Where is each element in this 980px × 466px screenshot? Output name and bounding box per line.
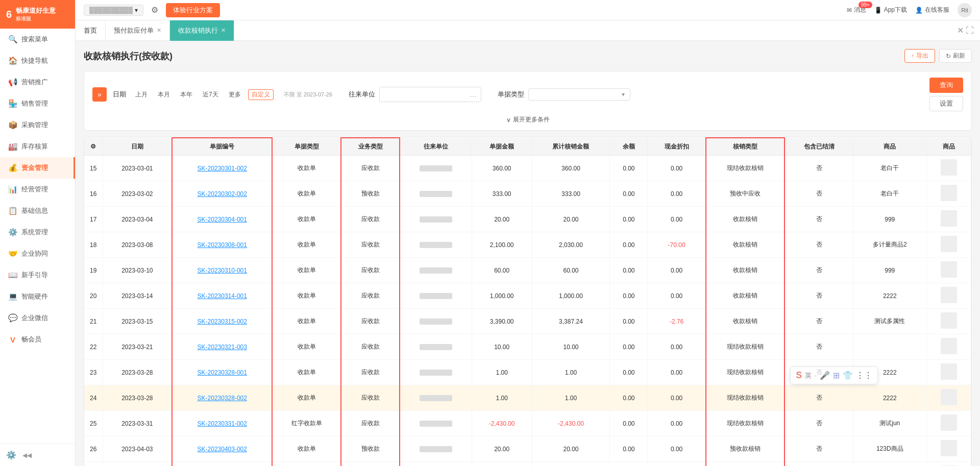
shortcut-this-year[interactable]: 本年: [177, 89, 195, 100]
user-avatar[interactable]: Rit: [958, 3, 972, 17]
cell-amount: 360.00: [472, 156, 532, 181]
sidebar-item-basic[interactable]: 📋 基础信息: [0, 200, 75, 222]
tab-home[interactable]: 首页: [76, 20, 106, 41]
sidebar-item-sales[interactable]: 🏪 销售管理: [0, 93, 75, 114]
shortcut-more[interactable]: 更多: [226, 89, 244, 100]
cell-doc-no[interactable]: SK-20230321-003: [172, 334, 272, 360]
sidebar-label-member: 畅会员: [21, 335, 41, 344]
table-row[interactable]: 21 2023-03-15 SK-20230315-002 收款单 应收款 3,…: [84, 309, 971, 334]
shortcut-custom[interactable]: 自定义: [248, 89, 274, 100]
tab-expand-icon[interactable]: ⛶: [966, 26, 974, 35]
tab-close-all-icon[interactable]: ✕: [957, 26, 964, 35]
cell-goods-img: [926, 309, 971, 334]
basic-icon: 📋: [8, 206, 17, 215]
shortcut-7days[interactable]: 近7天: [200, 89, 222, 100]
cell-doc-no[interactable]: SK-20230328-002: [172, 385, 272, 411]
sidebar-item-marketing[interactable]: 📢 营销推广: [0, 71, 75, 93]
doc-no-link[interactable]: SK-20230331-002: [198, 420, 247, 427]
app-download-button[interactable]: 📱 App下载: [874, 6, 907, 14]
table-row[interactable]: 20 2023-03-14 SK-20230314-001 收款单 应收款 1,…: [84, 283, 971, 309]
unit-input[interactable]: [384, 89, 470, 100]
company-selector[interactable]: ██████████ ▾: [84, 5, 143, 16]
industry-button[interactable]: 体验行业方案: [166, 3, 220, 17]
sidebar-item-search[interactable]: 🔍 搜索菜单: [0, 29, 75, 50]
doc-no-link[interactable]: SK-20230301-002: [198, 165, 247, 172]
sidebar-item-guide[interactable]: 📖 新手引导: [0, 264, 75, 286]
cell-doc-no[interactable]: SK-20230301-002: [172, 156, 272, 181]
doc-no-link[interactable]: SK-20230304-001: [198, 216, 247, 223]
table-scroll[interactable]: ⚙ 日期 单据编号 单据类型 业务类型 往来单位 单据金额 累计核销金额 余额 …: [84, 137, 971, 466]
cell-cash-discount: 0.00: [648, 181, 706, 207]
cell-doc-no[interactable]: SK-20230328-001: [172, 360, 272, 385]
service-button[interactable]: 👤 在线客服: [915, 6, 949, 14]
shortcut-last-month[interactable]: 上月: [132, 89, 151, 100]
cell-doc-no[interactable]: SK-20230331-002: [172, 411, 272, 436]
sidebar-collapse-icon[interactable]: ◀◀: [22, 452, 32, 459]
sidebar-item-finance[interactable]: 💰 资金管理: [0, 157, 75, 179]
th-settings[interactable]: ⚙: [84, 138, 103, 156]
sidebar-item-quicknav[interactable]: 🏠 快捷导航: [0, 50, 75, 71]
sidebar-item-wechat[interactable]: 💬 企业微信: [0, 307, 75, 329]
cell-cash-discount: 0.00: [648, 156, 706, 181]
doc-no-link[interactable]: SK-20230403-002: [198, 446, 247, 453]
tab-collection[interactable]: 收款核销执行 ✕: [170, 20, 234, 41]
expand-more-button[interactable]: ∨ 展开更多条件: [92, 115, 963, 124]
filter-expand-button[interactable]: »: [92, 87, 107, 102]
cell-doc-no[interactable]: SK-20230308-001: [172, 232, 272, 258]
sidebar-item-inventory[interactable]: 🏭 库存核算: [0, 136, 75, 157]
sidebar-item-operations[interactable]: 📊 经营管理: [0, 179, 75, 200]
filter-settings-button[interactable]: 设置: [929, 96, 963, 111]
sidebar-item-corp[interactable]: 🤝 企业协同: [0, 243, 75, 264]
cell-doc-no[interactable]: SK-20230403-002: [172, 436, 272, 462]
cell-balance: 0.00: [610, 411, 648, 436]
table-row[interactable]: 27 2023-04-08 SK-20230408-001 收款单 应收款 10…: [84, 462, 971, 467]
table-row[interactable]: 19 2023-03-10 SK-20230310-001 收款单 应收款 60…: [84, 258, 971, 283]
message-button[interactable]: ✉ 消息 99+: [847, 6, 866, 14]
doc-no-link[interactable]: SK-20230321-003: [198, 344, 247, 351]
cell-partner: [400, 309, 472, 334]
cell-goods-img: [926, 436, 971, 462]
doc-no-link[interactable]: SK-20230328-002: [198, 395, 247, 402]
tab-collection-close[interactable]: ✕: [221, 27, 226, 34]
cell-offset-type: 收款核销: [706, 309, 785, 334]
sidebar-item-system[interactable]: ⚙️ 系统管理: [0, 222, 75, 243]
sidebar-item-purchase[interactable]: 📦 采购管理: [0, 114, 75, 136]
table-row[interactable]: 26 2023-04-03 SK-20230403-002 收款单 预收款 20…: [84, 436, 971, 462]
doc-no-link[interactable]: SK-20230310-001: [198, 267, 247, 274]
cell-cum-offset: 3,387.24: [532, 309, 610, 334]
doc-no-link[interactable]: SK-20230315-002: [198, 318, 247, 325]
table-row[interactable]: 15 2023-03-01 SK-20230301-002 收款单 应收款 36…: [84, 156, 971, 181]
table-row[interactable]: 17 2023-03-04 SK-20230304-001 收款单 应收款 20…: [84, 207, 971, 232]
tab-payable[interactable]: 预付款应付单 ✕: [106, 20, 170, 41]
filter-row: » 日期 上月 本月 本年 近7天 更多 自定义 不限 至 2023-07-26…: [92, 78, 963, 111]
table-row[interactable]: 22 2023-03-21 SK-20230321-003 收款单 应收款 10…: [84, 334, 971, 360]
cell-doc-no[interactable]: SK-20230408-001: [172, 462, 272, 467]
shortcut-this-month[interactable]: 本月: [155, 89, 173, 100]
doc-no-link[interactable]: SK-20230302-002: [198, 190, 247, 198]
sidebar-item-hardware[interactable]: 💻 智能硬件: [0, 286, 75, 307]
cell-doc-no[interactable]: SK-20230315-002: [172, 309, 272, 334]
doc-no-link[interactable]: SK-20230308-001: [198, 241, 247, 249]
refresh-button[interactable]: ↻ 刷新: [939, 49, 972, 63]
table-row[interactable]: 18 2023-03-08 SK-20230308-001 收款单 应收款 2,…: [84, 232, 971, 258]
cell-doc-no[interactable]: SK-20230310-001: [172, 258, 272, 283]
doc-no-link[interactable]: SK-20230314-001: [198, 292, 247, 300]
cell-doc-no[interactable]: SK-20230314-001: [172, 283, 272, 309]
table-row[interactable]: 16 2023-03-02 SK-20230302-002 收款单 预收款 33…: [84, 181, 971, 207]
cell-partner: [400, 181, 472, 207]
cell-doc-no[interactable]: SK-20230302-002: [172, 181, 272, 207]
cell-doc-no[interactable]: SK-20230304-001: [172, 207, 272, 232]
gear-button[interactable]: ⚙: [148, 3, 162, 17]
doc-no-link[interactable]: SK-20230328-001: [198, 369, 247, 376]
table-row[interactable]: 24 2023-03-28 SK-20230328-002 收款单 应收款 1.…: [84, 385, 971, 411]
export-button[interactable]: ↑ 导出: [904, 49, 935, 63]
sidebar-item-member[interactable]: V 畅会员: [0, 329, 75, 350]
voucher-type-select[interactable]: ▾: [528, 88, 630, 101]
table-row[interactable]: 25 2023-03-31 SK-20230331-002 红字收款单 应收款 …: [84, 411, 971, 436]
hardware-icon: 💻: [8, 292, 17, 301]
tab-payable-close[interactable]: ✕: [157, 27, 161, 34]
bottom-settings-icon[interactable]: ⚙️: [6, 450, 16, 460]
query-button[interactable]: 查询: [929, 78, 963, 93]
unit-dots-button[interactable]: …: [470, 90, 477, 99]
cell-doc-type: 收款单: [272, 462, 341, 467]
